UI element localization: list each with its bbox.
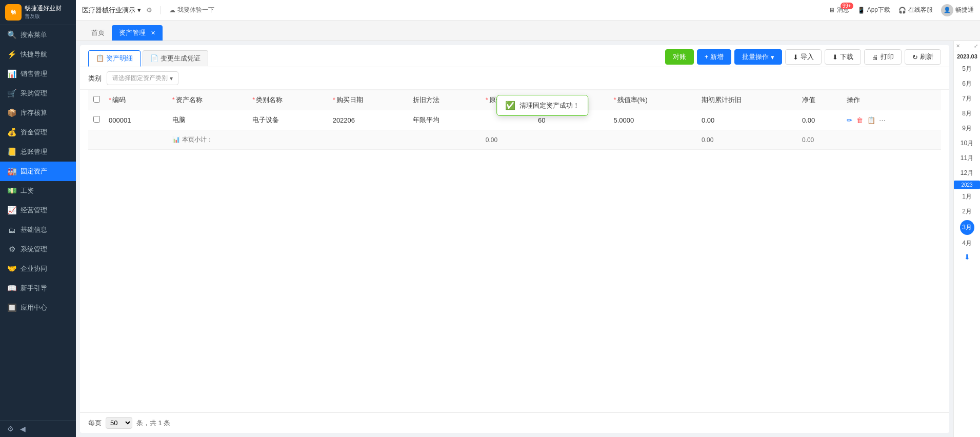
month-item-2022-5月[interactable]: 5月 bbox=[954, 62, 980, 76]
sidebar-bottom: ⚙ ◀ bbox=[0, 420, 76, 437]
tabbar: 首页 资产管理 ✕ bbox=[76, 21, 980, 41]
subtotal-original: 0.00 bbox=[482, 130, 534, 150]
cell-initial-depreciation: 0.00 bbox=[697, 110, 798, 130]
cell-code: 000001 bbox=[105, 110, 168, 130]
sidebar-item-label: 总账管理 bbox=[21, 147, 47, 156]
delete-icon[interactable]: 🗑 bbox=[856, 116, 863, 124]
logo-text: 畅捷通好业财 普及版 bbox=[25, 5, 62, 20]
select-all-header bbox=[88, 90, 105, 110]
close-panel-icon[interactable]: ✕ bbox=[956, 43, 960, 49]
th-name: *资产名称 bbox=[168, 90, 248, 110]
sidebar-item-cooperate[interactable]: 🤝 企业协同 bbox=[0, 259, 76, 279]
message-badge: 99+ bbox=[841, 3, 853, 9]
refresh-icon: ↻ bbox=[912, 53, 918, 61]
month-item-2023-2月[interactable]: 2月 bbox=[954, 204, 980, 219]
month-item-2022-10月[interactable]: 10月 bbox=[954, 136, 980, 151]
select-all-checkbox[interactable] bbox=[93, 96, 100, 103]
tab-close-icon[interactable]: ✕ bbox=[151, 30, 155, 36]
content-area: 📋 资产明细 📄 变更生成凭证 对账 + 新增 批量操作 ▾ ⬇ bbox=[76, 41, 980, 437]
month-item-2022-8月[interactable]: 8月 bbox=[954, 106, 980, 121]
company-name: 医疗器械行业演示 bbox=[82, 6, 135, 15]
month-item-2023-1月[interactable]: 1月 bbox=[954, 189, 980, 204]
copy-icon[interactable]: 📋 bbox=[867, 116, 875, 124]
settings-icon[interactable]: ⚙ bbox=[7, 425, 14, 433]
message-icon: 🖥 bbox=[829, 7, 835, 14]
user-menu[interactable]: 👤 畅捷通 bbox=[941, 4, 974, 16]
chevron-down-icon: ▾ bbox=[771, 53, 774, 61]
month-scroll-down-icon[interactable]: ⬇ bbox=[954, 251, 980, 263]
edit-icon[interactable]: ✏ bbox=[847, 116, 852, 124]
download-icon: ⬇ bbox=[832, 53, 838, 61]
success-toast: ✅ 清理固定资产成功！ bbox=[496, 95, 588, 116]
month-item-2022-7月[interactable]: 7月 bbox=[954, 91, 980, 106]
toast-message: 清理固定资产成功！ bbox=[519, 101, 579, 110]
collapse-icon[interactable]: ◀ bbox=[20, 425, 26, 433]
sidebar-item-inventory[interactable]: 📦 库存核算 bbox=[0, 103, 76, 123]
more-icon[interactable]: ⋯ bbox=[879, 116, 886, 124]
tab-home[interactable]: 首页 bbox=[84, 25, 112, 41]
export-button[interactable]: ⬇ 导入 bbox=[785, 49, 822, 65]
guide-icon: 📖 bbox=[7, 284, 16, 293]
subtab-change-voucher[interactable]: 📄 变更生成凭证 bbox=[143, 50, 208, 66]
sidebar-item-search[interactable]: 🔍 搜索菜单 bbox=[0, 25, 76, 45]
sidebar-item-label: 销售管理 bbox=[21, 69, 47, 78]
th-category: *类别名称 bbox=[248, 90, 328, 110]
sidebar-item-sales[interactable]: 📊 销售管理 bbox=[0, 64, 76, 84]
chevron-down-icon: ▾ bbox=[137, 6, 141, 14]
sidebar-logo: 畅 畅捷通好业财 普及版 bbox=[0, 0, 76, 25]
subtab-asset-detail[interactable]: 📋 资产明细 bbox=[88, 50, 141, 67]
sidebar-item-ledger[interactable]: 📒 总账管理 bbox=[0, 142, 76, 162]
sidebar-item-funds[interactable]: 💰 资金管理 bbox=[0, 123, 76, 142]
experience-button[interactable]: ☁ 我要体验一下 bbox=[169, 6, 214, 14]
filter-row: 类别 请选择固定资产类别 ▾ bbox=[80, 67, 949, 90]
sidebar-item-guide[interactable]: 📖 新手引导 bbox=[0, 279, 76, 298]
logo-icon: 畅 bbox=[5, 4, 22, 21]
category-placeholder: 请选择固定资产类别 bbox=[112, 74, 168, 83]
download-button[interactable]: ⬇ 下载 bbox=[825, 49, 861, 65]
month-item-2023-current[interactable]: 3月 bbox=[960, 220, 974, 235]
sidebar-item-label: 库存核算 bbox=[21, 108, 47, 117]
sidebar-item-operation[interactable]: 📈 经营管理 bbox=[0, 201, 76, 220]
month-item-2022-6月[interactable]: 6月 bbox=[954, 76, 980, 91]
table-icon: 📋 bbox=[96, 54, 104, 62]
purchase-icon: 🛒 bbox=[7, 89, 16, 98]
sidebar-item-quicknav[interactable]: ⚡ 快捷导航 bbox=[0, 45, 76, 64]
topbar-right: 🖥 消息 99+ 📱 App下载 🎧 在线客服 👤 畅捷通 bbox=[829, 4, 974, 16]
per-page-select[interactable]: 50 10 20 100 bbox=[106, 417, 132, 429]
message-button[interactable]: 🖥 消息 99+ bbox=[829, 6, 849, 14]
gear-icon[interactable]: ⚙ bbox=[146, 6, 152, 14]
row-checkbox[interactable] bbox=[93, 116, 100, 123]
sidebar-menu: 🔍 搜索菜单⚡ 快捷导航📊 销售管理🛒 采购管理📦 库存核算💰 资金管理📒 总账… bbox=[0, 25, 76, 420]
category-label: 类别 bbox=[88, 74, 102, 83]
mobile-icon: 📱 bbox=[857, 7, 865, 14]
company-selector[interactable]: 医疗器械行业演示 ▾ bbox=[82, 6, 141, 15]
sidebar-item-label: 经营管理 bbox=[21, 206, 47, 215]
cloud-icon: ☁ bbox=[169, 7, 175, 14]
cell-net-value: 0.00 bbox=[798, 110, 843, 130]
sidebar-item-apps[interactable]: 🔲 应用中心 bbox=[0, 298, 76, 317]
sidebar-item-label: 基础信息 bbox=[21, 225, 47, 234]
pagination: 每页 50 10 20 100 条，共 1 条 bbox=[80, 412, 949, 433]
reconcile-button[interactable]: 对账 bbox=[665, 49, 694, 65]
month-item-2022-9月[interactable]: 9月 bbox=[954, 121, 980, 136]
app-download-button[interactable]: 📱 App下载 bbox=[857, 6, 890, 14]
sidebar-item-purchase[interactable]: 🛒 采购管理 bbox=[0, 84, 76, 103]
refresh-button[interactable]: ↻ 刷新 bbox=[905, 49, 941, 65]
month-item-2022-12月[interactable]: 12月 bbox=[954, 166, 980, 181]
online-service-button[interactable]: 🎧 在线客服 bbox=[898, 6, 933, 14]
sidebar-item-assets[interactable]: 🏭 固定资产 bbox=[0, 162, 76, 181]
sales-icon: 📊 bbox=[7, 69, 16, 78]
sidebar-item-system[interactable]: ⚙ 系统管理 bbox=[0, 240, 76, 259]
batch-button[interactable]: 批量操作 ▾ bbox=[734, 49, 782, 65]
month-item-2023-4月[interactable]: 4月 bbox=[954, 236, 980, 251]
month-item-2022-11月[interactable]: 11月 bbox=[954, 151, 980, 166]
sidebar-item-basic[interactable]: 🗂 基础信息 bbox=[0, 220, 76, 240]
add-button[interactable]: + 新增 bbox=[697, 49, 731, 65]
category-select[interactable]: 请选择固定资产类别 ▾ bbox=[107, 71, 178, 85]
subtotal-net: 0.00 bbox=[798, 130, 843, 150]
tab-assets[interactable]: 资产管理 ✕ bbox=[112, 25, 163, 41]
print-button[interactable]: 🖨 打印 bbox=[864, 49, 902, 65]
th-code: *编码 bbox=[105, 90, 168, 110]
expand-panel-icon[interactable]: ⤢ bbox=[974, 43, 978, 49]
sidebar-item-payroll[interactable]: 💵 工资 bbox=[0, 181, 76, 201]
